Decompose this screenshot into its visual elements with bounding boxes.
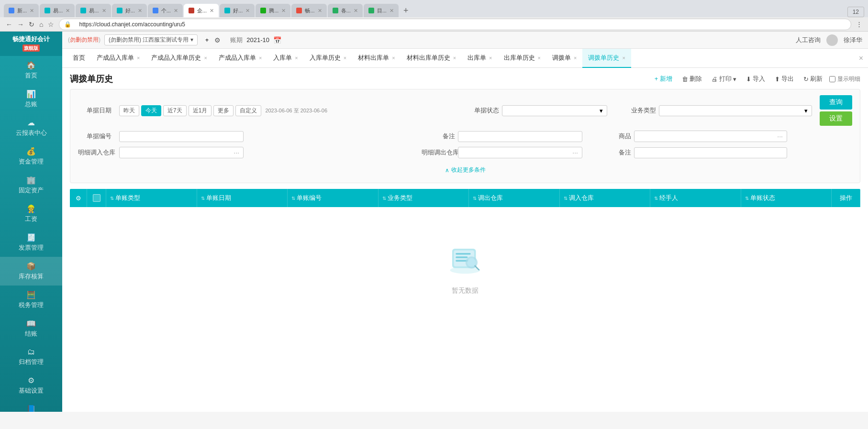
remark-input[interactable] (458, 131, 582, 142)
tab-home[interactable]: 首页 (67, 49, 91, 68)
th-doc-status[interactable]: ⇅ 单账状态 (741, 189, 832, 207)
browser-tab-5[interactable]: 个... ✕ (148, 4, 183, 17)
tab-close-icon[interactable]: × (295, 55, 298, 61)
export-button[interactable]: ⬆ 导出 (772, 73, 797, 85)
import-button[interactable]: ⬇ 导入 (743, 73, 768, 85)
date-btn-today[interactable]: 今天 (141, 105, 161, 116)
th-biz-type[interactable]: ⇅ 业务类型 (378, 189, 469, 207)
tab-close-icon[interactable]: × (574, 55, 577, 61)
date-btn-yesterday[interactable]: 昨天 (119, 105, 139, 116)
tab-close-icon[interactable]: × (489, 55, 492, 61)
biz-type-dropdown-icon: ▾ (804, 107, 808, 114)
th-out-warehouse[interactable]: ⇅ 调出仓库 (469, 189, 560, 207)
tab-out-order[interactable]: 出库单 × (462, 49, 498, 68)
display-cols-checkbox[interactable] (829, 76, 835, 82)
tab-out-order-history[interactable]: 出库单历史 × (498, 49, 546, 68)
tab-close-icon[interactable]: × (137, 55, 140, 61)
tab-product-in-history[interactable]: 产成品入库单历史 × (145, 49, 212, 68)
th-doc-date[interactable]: ⇅ 单账日期 (197, 189, 288, 207)
browser-tab-11[interactable]: 目... ✕ (364, 4, 399, 17)
date-btn-1month[interactable]: 近1月 (189, 105, 212, 116)
sidebar-item-close-accounts[interactable]: 📖 结账 (0, 314, 62, 343)
settings-icon: ⚙ (28, 376, 34, 385)
browser-tab-7[interactable]: 好... ✕ (220, 4, 255, 17)
sidebar-item-fund[interactable]: 💰 资金管理 (0, 142, 62, 171)
goods-select[interactable]: ··· (634, 131, 787, 142)
delete-button[interactable]: 🗑 删除 (679, 73, 705, 85)
tab-material-out[interactable]: 材料出库单 × (352, 49, 401, 68)
refresh-button[interactable]: ↻ 刷新 (801, 73, 825, 85)
bookmark-button[interactable]: ☆ (48, 21, 54, 28)
sidebar-item-guide[interactable]: 📘 新手引导 (0, 400, 62, 412)
sidebar-item-cloud-reports[interactable]: ☁ 云报表中心 (0, 113, 62, 142)
browser-tab-10[interactable]: 各... ✕ (328, 4, 363, 17)
company-selector[interactable]: (勿删勿禁用) 江西服宝测试专用 ▾ (104, 34, 198, 45)
tab-close-icon-active[interactable]: × (622, 55, 625, 61)
extensions-icon[interactable]: ⋮ (856, 21, 862, 28)
sidebar-item-settings[interactable]: ⚙ 基础设置 (0, 371, 62, 400)
collapse-row[interactable]: ∧ 收起更多条件 (78, 163, 852, 177)
main-content: (勿删勿禁用) (勿删勿禁用) 江西服宝测试专用 ▾ + ⚙ 账期 2021-1… (62, 32, 868, 412)
date-btn-custom[interactable]: 自定义 (235, 105, 261, 116)
browser-tab-4[interactable]: 好... ✕ (112, 4, 147, 17)
home-button[interactable]: ⌂ (39, 21, 43, 28)
sidebar-item-home[interactable]: 🏠 首页 (0, 56, 62, 85)
sidebar-item-tax[interactable]: 🧮 税务管理 (0, 286, 62, 314)
sidebar-item-fixed-assets[interactable]: 🏢 固定资产 (0, 171, 62, 199)
browser-tab-8[interactable]: 腾... ✕ (256, 4, 290, 17)
display-cols-toggle[interactable]: 显示明细 (829, 75, 860, 83)
tab-material-out-history[interactable]: 材料出库单历史 × (401, 49, 462, 68)
close-panel-button[interactable]: × (859, 54, 863, 63)
url-input[interactable] (74, 19, 846, 30)
biz-type-select[interactable]: ▾ (659, 105, 812, 116)
doc-no-input[interactable] (119, 131, 244, 142)
detail-in-select[interactable]: ··· (119, 147, 244, 158)
th-doc-type[interactable]: ⇅ 单账类型 (106, 189, 197, 207)
tab-close-icon[interactable]: × (453, 55, 456, 61)
browser-tab-9[interactable]: 畅... ✕ (291, 4, 326, 17)
tab-in-order-history[interactable]: 入库单历史 × (304, 49, 352, 68)
th-gear[interactable]: ⚙ (70, 189, 87, 207)
sidebar-item-payroll[interactable]: 👷 工资 (0, 199, 62, 228)
browser-tab-3[interactable]: 易... ✕ (76, 4, 111, 17)
print-button[interactable]: 🖨 打印 ▾ (709, 73, 739, 85)
browser-tab-2[interactable]: 易... ✕ (40, 4, 75, 17)
browser-tab-6[interactable]: 企... ✕ (184, 4, 219, 17)
tab-transfer-history[interactable]: 调拨单历史 × (582, 49, 631, 68)
tab-close-icon[interactable]: × (344, 55, 346, 61)
browser-tab-1[interactable]: 新... ✕ (4, 4, 39, 17)
th-checkbox[interactable] (87, 189, 106, 207)
tab-in-order[interactable]: 入库单 × (267, 49, 303, 68)
query-button[interactable]: 查询 (820, 95, 852, 110)
sidebar-item-invoice[interactable]: 🧾 发票管理 (0, 228, 62, 257)
new-tab-button[interactable]: + (400, 4, 412, 17)
forward-button[interactable]: → (17, 21, 24, 28)
calendar-icon[interactable]: 📅 (273, 36, 281, 44)
tab-close-icon[interactable]: × (538, 55, 541, 61)
sidebar-item-inventory[interactable]: 📦 库存核算 (0, 257, 62, 286)
th-in-warehouse[interactable]: ⇅ 调入仓库 (560, 189, 651, 207)
tab-product-in[interactable]: 产成品入库单 × (91, 49, 145, 68)
tab-product-in-2[interactable]: 产成品入库单 × (213, 49, 267, 68)
th-doc-no[interactable]: ⇅ 单账编号 (288, 189, 378, 207)
tab-close-icon[interactable]: × (259, 55, 262, 61)
select-all-checkbox[interactable] (93, 194, 100, 202)
sidebar-item-archive[interactable]: 🗂 归档管理 (0, 343, 62, 371)
detail-out-select[interactable]: ··· (458, 147, 582, 158)
refresh-button[interactable]: ↻ (29, 21, 34, 28)
tab-close-icon[interactable]: × (204, 55, 207, 61)
tab-close-icon[interactable]: × (392, 55, 395, 61)
date-btn-more[interactable]: 更多 (213, 105, 234, 116)
sidebar-item-ledger[interactable]: 📊 总账 (0, 85, 62, 113)
new-button[interactable]: + 新增 (652, 73, 675, 85)
th-handler[interactable]: ⇅ 经手人 (650, 189, 741, 207)
status-select[interactable]: ▾ (502, 105, 607, 116)
remark2-input[interactable] (634, 147, 787, 158)
back-button[interactable]: ← (6, 21, 12, 28)
date-btn-7days[interactable]: 近7天 (163, 105, 187, 116)
tab-transfer[interactable]: 调拨单 × (546, 49, 582, 68)
add-company-btn[interactable]: + (205, 36, 209, 44)
filter-settings-button[interactable]: 设置 (820, 111, 852, 126)
company-settings-icon[interactable]: ⚙ (214, 36, 221, 44)
customer-service-btn[interactable]: 人工咨询 (796, 36, 821, 44)
